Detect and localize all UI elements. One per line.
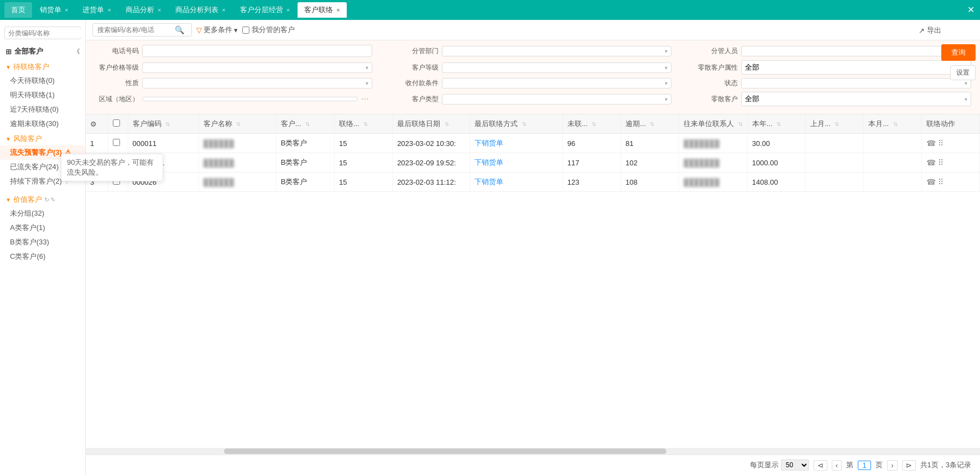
sidebar-all-customers[interactable]: ⊞ 全部客户 《 (0, 44, 85, 59)
method-link[interactable]: 下销货单 (475, 178, 503, 186)
sidebar-item-tomorrow[interactable]: 明天待联络(1) (0, 88, 85, 102)
collapse-icon[interactable]: 《 (74, 48, 80, 56)
search-input[interactable] (97, 26, 175, 34)
close-icon[interactable]: × (286, 7, 290, 13)
next-page-button[interactable]: › (887, 460, 897, 471)
close-icon[interactable]: × (65, 7, 68, 13)
action-buttons: ☎ ⠿ (926, 178, 975, 186)
action-buttons: ☎ ⠿ (926, 158, 975, 167)
sidebar-group-value[interactable]: ▼ 价值客户 ↻ ✎ (0, 192, 85, 206)
sort-icon[interactable]: ⇅ (165, 121, 170, 127)
sort-icon[interactable]: ⇅ (522, 121, 527, 127)
sidebar-item-b-class[interactable]: B类客户(33) (0, 235, 85, 249)
zero-customer-select[interactable]: 全部 ▾ (741, 92, 971, 106)
row-name: ██████ (199, 173, 276, 192)
sidebar-group-risk[interactable]: ▼ 风险客户 (0, 131, 85, 145)
region-select[interactable] (142, 97, 358, 101)
sort-icon[interactable]: ⇅ (835, 121, 839, 127)
person-select[interactable]: ▾ (741, 46, 957, 56)
row-last-method[interactable]: 下销货单 (470, 134, 563, 153)
search-button[interactable]: 🔍 (175, 25, 184, 34)
sidebar-item-c-class[interactable]: C类客户(6) (0, 249, 85, 264)
col-last-method: 最后联络方式 ⇅ (470, 114, 563, 134)
first-page-button[interactable]: ⊲ (814, 460, 827, 471)
sort-icon[interactable]: ⇅ (445, 121, 449, 127)
row-last-method[interactable]: 下销货单 (470, 153, 563, 173)
dept-select[interactable]: ▾ (442, 46, 672, 56)
sort-icon[interactable]: ⇅ (305, 121, 310, 127)
filter-customer-level: 客户等级 ▾ (394, 62, 672, 73)
tab-analysis[interactable]: 商品分析 × (119, 2, 168, 18)
tab-purchase[interactable]: 进货单 × (76, 2, 117, 18)
prev-page-button[interactable]: ‹ (832, 460, 842, 471)
close-icon[interactable]: × (222, 7, 225, 13)
last-page-button[interactable]: ⊳ (902, 460, 916, 471)
table-header-row: ⚙ 客户编码 ⇅ 客户名称 ⇅ 客户... ⇅ 联络... ⇅ 最后联络日期 ⇅… (86, 114, 980, 134)
sort-icon[interactable]: ⇅ (650, 121, 654, 127)
tab-home[interactable]: 首页 (4, 2, 32, 18)
col-checkbox[interactable] (108, 114, 128, 134)
row-type: B类客户 (276, 173, 334, 192)
my-customers-check[interactable] (242, 27, 249, 34)
tab-analysis-list[interactable]: 商品分析列表 × (169, 2, 232, 18)
sidebar-item-today[interactable]: 今天待联络(0) (0, 74, 85, 88)
row-last-month (806, 134, 864, 153)
tab-customer-contact[interactable]: 客户联络 × (298, 2, 346, 18)
sidebar-search-input[interactable] (8, 29, 86, 37)
sidebar-item-ungroup[interactable]: 未分组(32) (0, 206, 85, 221)
filter-icon: ▽ (196, 26, 202, 34)
price-level-select[interactable]: ▾ (142, 62, 372, 73)
tab-customer-segment[interactable]: 客户分层经营 × (233, 2, 296, 18)
grid-icon: ⊞ (6, 48, 12, 56)
horizontal-scrollbar[interactable] (86, 448, 980, 455)
sort-icon[interactable]: ⇅ (893, 121, 898, 127)
contact-icon[interactable]: ☎ (926, 139, 936, 148)
sort-icon[interactable]: ⇅ (363, 121, 368, 127)
window-close-icon[interactable]: ✕ (967, 4, 974, 15)
export-button[interactable]: ↗ 导出 (919, 25, 941, 35)
col-this-month: 本月... ⇅ (864, 114, 922, 134)
edit-icon[interactable]: ✎ (50, 196, 55, 203)
tab-sales[interactable]: 销货单 × (33, 2, 75, 18)
sidebar-group-pending[interactable]: ▼ 待联络客户 (0, 59, 85, 74)
row-checkbox[interactable] (108, 134, 128, 153)
zero-customer-label: 零散客户 (694, 95, 738, 104)
more-actions-icon[interactable]: ⠿ (938, 178, 943, 186)
more-actions-icon[interactable]: ⠿ (938, 139, 943, 148)
sidebar-item-7days[interactable]: 近7天待联络(0) (0, 102, 85, 117)
sidebar-item-overdue-contact[interactable]: 逾期未联络(30) (0, 117, 85, 131)
select-all-checkbox[interactable] (113, 119, 120, 127)
query-button[interactable]: 查询 (941, 44, 976, 61)
refresh-icon[interactable]: ↻ (44, 196, 49, 203)
sort-icon[interactable]: ⇅ (738, 121, 743, 127)
more-icon[interactable]: ··· (358, 94, 372, 104)
sort-icon[interactable]: ⇅ (592, 121, 596, 127)
method-link[interactable]: 下销货单 (475, 139, 503, 147)
my-customers-checkbox[interactable]: 我分管的客户 (242, 25, 295, 35)
search-box[interactable]: 🔍 (92, 23, 192, 36)
sort-icon[interactable]: ⇅ (236, 121, 241, 127)
close-icon[interactable]: × (158, 7, 161, 13)
scrollbar-thumb[interactable] (224, 448, 666, 454)
customer-type-select[interactable]: ▾ (442, 94, 672, 105)
filter-button[interactable]: ▽ 更多条件 ▾ (196, 25, 238, 35)
contact-icon[interactable]: ☎ (926, 178, 936, 186)
col-settings[interactable]: ⚙ (86, 114, 108, 134)
row-check[interactable] (113, 139, 120, 146)
sort-icon[interactable]: ⇅ (776, 121, 781, 127)
phone-input[interactable] (142, 45, 372, 57)
sidebar-item-a-class[interactable]: A类客户(1) (0, 221, 85, 235)
row-actions: ☎ ⠿ (922, 134, 980, 153)
customer-level-select[interactable]: ▾ (442, 62, 672, 73)
payment-select[interactable]: ▾ (442, 78, 672, 88)
per-page-dropdown[interactable]: 50 20 100 (781, 460, 809, 471)
nature-select[interactable]: ▾ (142, 78, 372, 88)
close-icon[interactable]: × (107, 7, 111, 13)
close-icon[interactable]: × (336, 7, 340, 13)
row-last-method[interactable]: 下销货单 (470, 173, 563, 192)
more-actions-icon[interactable]: ⠿ (938, 158, 943, 167)
method-link[interactable]: 下销货单 (475, 158, 503, 166)
settings-button[interactable]: 设置 (950, 65, 976, 80)
contact-icon[interactable]: ☎ (926, 158, 936, 167)
sidebar-search-box[interactable]: 🔍 (4, 27, 81, 39)
